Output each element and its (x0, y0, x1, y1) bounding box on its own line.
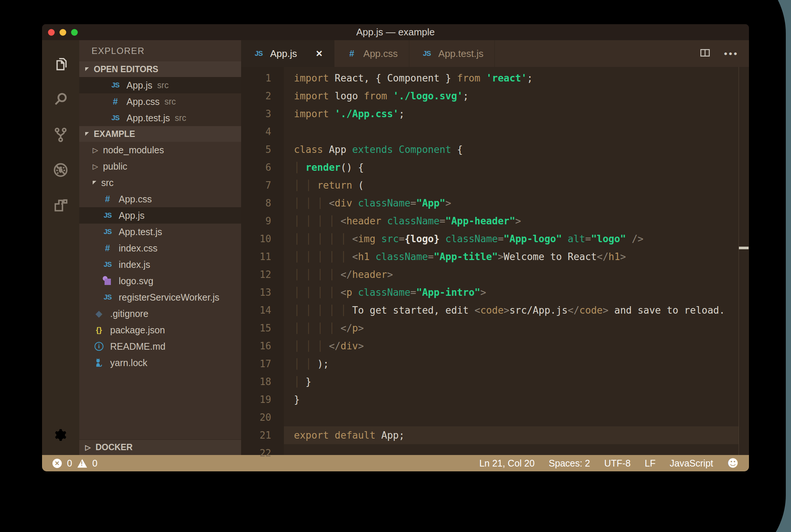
tree-file-item[interactable]: JSindex.js (79, 256, 241, 273)
tab-App.js[interactable]: JSApp.js✕ (241, 40, 334, 67)
tab-App.css[interactable]: #App.css (334, 40, 410, 67)
code-line[interactable]: class App extends Component { (294, 141, 749, 158)
project-header[interactable]: EXAMPLE (79, 126, 241, 142)
close-window-button[interactable] (48, 29, 55, 36)
css-file-icon: # (101, 194, 114, 204)
open-editor-item[interactable]: JSApp.jssrc (79, 77, 241, 93)
overview-ruler[interactable] (739, 67, 749, 455)
code-line[interactable]: │ } (294, 373, 749, 391)
json-file-icon: {} (93, 326, 105, 334)
tree-file-item[interactable]: JSregisterServiceWorker.js (79, 289, 241, 305)
traffic-lights (48, 24, 78, 40)
activity-bar-item-explorer[interactable] (42, 47, 79, 82)
vscode-window: App.js — example EXPLORER OPEN EDITORS J… (42, 24, 749, 471)
errors-icon[interactable]: ✕ (52, 459, 62, 468)
tree-item-label: package.json (110, 325, 165, 336)
twistie-collapsed-icon: ▷ (93, 163, 98, 170)
tree-folder-src[interactable]: src (79, 174, 241, 191)
code-line[interactable]: │ │ │ │ </p> (294, 319, 749, 337)
split-editor-icon[interactable] (699, 48, 711, 59)
code-line[interactable]: │ render() { (294, 158, 749, 176)
status-bar: ✕ 0 ! 0 Ln 21, Col 20Spaces: 2UTF-8LFJav… (42, 455, 749, 471)
explorer-icon (52, 55, 69, 74)
status-item[interactable]: JavaScript (670, 458, 713, 469)
line-number: 14 (241, 301, 271, 319)
warnings-count[interactable]: 0 (92, 458, 97, 469)
activity-bar-item-extensions[interactable] (42, 188, 79, 224)
minimize-window-button[interactable] (60, 29, 66, 36)
warnings-icon[interactable]: ! (77, 459, 87, 468)
status-item[interactable]: Ln 21, Col 20 (479, 458, 535, 469)
tree-folder-node_modules[interactable]: ▷node_modules (79, 142, 241, 158)
tab-close-icon[interactable]: ✕ (316, 49, 323, 59)
code-line[interactable]: import './App.css'; (294, 105, 749, 123)
tree-file-item[interactable]: ◆.gitignore (79, 305, 241, 322)
code-line[interactable]: │ │ │ </div> (294, 337, 749, 355)
code-line[interactable] (294, 444, 749, 455)
code-line[interactable]: │ │ return ( (294, 176, 749, 194)
line-number: 2 (241, 87, 271, 105)
status-item[interactable]: Spaces: 2 (549, 458, 590, 469)
css-file-icon: # (101, 243, 114, 253)
activity-bar-item-search[interactable] (42, 82, 79, 118)
tree-folder-public[interactable]: ▷public (79, 158, 241, 174)
open-editor-item[interactable]: JSApp.test.jssrc (79, 110, 241, 126)
code-line[interactable]: import React, { Component } from 'react'… (294, 69, 749, 87)
feedback-smiley-icon[interactable]: ☻ (727, 458, 739, 469)
code-line[interactable]: │ │ │ │ │ <h1 className="App-title">Welc… (294, 248, 749, 266)
code-line[interactable]: import logo from './logo.svg'; (294, 87, 749, 105)
tree-item-label: App.test.js (119, 227, 162, 237)
indent-guide: │ │ │ │ │ (294, 251, 352, 262)
open-editor-label: App.css (127, 96, 160, 107)
tree-file-item[interactable]: #App.css (79, 191, 241, 207)
open-editors-header[interactable]: OPEN EDITORS (79, 61, 241, 77)
tree-file-item[interactable]: logo.svg (79, 273, 241, 289)
zoom-window-button[interactable] (71, 29, 78, 36)
docker-section-header[interactable]: ▷ DOCKER (79, 439, 241, 455)
activity-bar-item-debug[interactable] (42, 153, 79, 188)
twistie-expanded-icon (85, 132, 89, 136)
tree-file-item[interactable]: JSApp.js (79, 207, 241, 224)
editor-actions: ••• (699, 40, 749, 67)
code-line[interactable]: │ │ │ │ <p className="App-intro"> (294, 283, 749, 301)
line-number: 10 (241, 230, 271, 248)
tree-file-item[interactable]: JSApp.test.js (79, 224, 241, 240)
code-line[interactable]: │ │ │ │ │ To get started, edit <code>src… (294, 301, 749, 319)
more-actions-icon[interactable]: ••• (724, 48, 739, 60)
code-area[interactable]: import React, { Component } from 'react'… (284, 67, 749, 455)
code-line[interactable] (294, 408, 749, 426)
settings-gear-icon (53, 427, 68, 445)
code-line[interactable]: │ │ │ │ │ <img src={logo} className="App… (294, 230, 749, 248)
errors-count[interactable]: 0 (67, 458, 72, 469)
code-line[interactable]: │ │ ); (294, 355, 749, 373)
gitignore-file-icon: ◆ (93, 308, 105, 319)
code-line[interactable]: │ │ │ │ </header> (294, 266, 749, 283)
tab-App.test.js[interactable]: JSApp.test.js (409, 40, 495, 67)
status-item[interactable]: UTF-8 (604, 458, 631, 469)
tree-item-label: yarn.lock (110, 358, 147, 368)
code-editor[interactable]: 12345678910111213141516171819202122 impo… (241, 67, 749, 455)
tree-file-item[interactable]: #index.css (79, 240, 241, 256)
code-line[interactable]: │ │ │ │ <header className="App-header"> (294, 212, 749, 230)
activity-bar-item-source-control[interactable] (42, 118, 79, 153)
explorer-sidebar: EXPLORER OPEN EDITORS JSApp.jssrc#App.cs… (79, 40, 241, 455)
file-tree: ▷node_modules▷publicsrc#App.cssJSApp.jsJ… (79, 142, 241, 439)
status-item[interactable]: LF (645, 458, 656, 469)
code-line[interactable]: } (294, 391, 749, 408)
js-file-icon: JS (252, 49, 265, 58)
line-number: 5 (241, 141, 271, 158)
open-editor-item[interactable]: #App.csssrc (79, 93, 241, 110)
sidebar-title: EXPLORER (79, 40, 241, 61)
tree-file-item[interactable]: yarn.lock (79, 355, 241, 371)
code-line[interactable]: │ │ │ <div className="App"> (294, 194, 749, 212)
line-number: 6 (241, 158, 271, 176)
tree-file-item[interactable]: iREADME.md (79, 338, 241, 355)
indent-guide: │ │ │ │ │ (294, 233, 352, 244)
main-area: EXPLORER OPEN EDITORS JSApp.jssrc#App.cs… (42, 40, 749, 455)
activity-bar-settings[interactable] (42, 427, 79, 445)
code-line[interactable] (294, 123, 749, 141)
tree-file-item[interactable]: {}package.json (79, 322, 241, 338)
code-line[interactable]: export default App; (294, 426, 749, 444)
tree-item-label: public (103, 161, 127, 172)
open-editor-label: App.js (127, 80, 152, 91)
